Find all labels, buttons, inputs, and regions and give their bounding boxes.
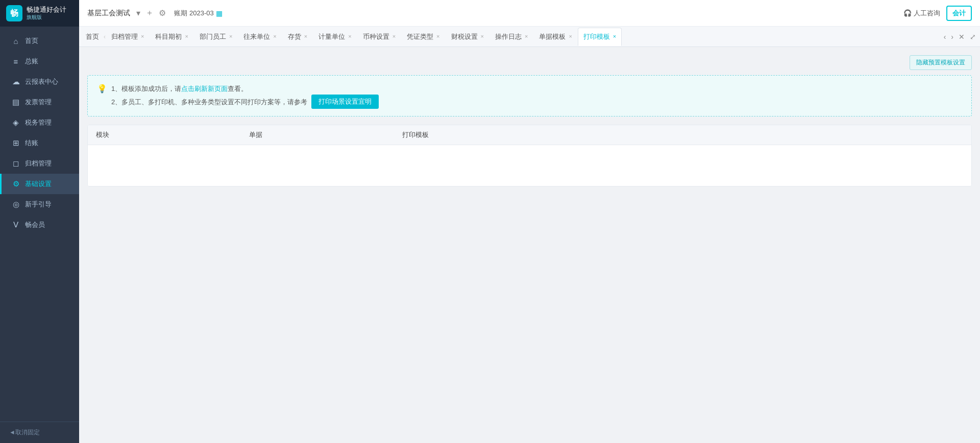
th-doc: 单据 <box>241 125 394 145</box>
bulb-icon: 💡 <box>97 84 107 94</box>
tab-archive-mgmt[interactable]: 归档管理 × <box>106 28 150 46</box>
sidebar-item-closing[interactable]: ⊞ 结账 <box>0 133 79 153</box>
tab-subject-init[interactable]: 科目期初 × <box>150 28 193 46</box>
sidebar-label-tax: 税务管理 <box>25 118 52 127</box>
app-edition: 旗舰版 <box>27 14 66 21</box>
notice-text-block: 1、模板添加成功后，请点击刷新新页面查看。 2、多员工、多打印机、多种业务类型设… <box>111 83 379 109</box>
sidebar-item-home[interactable]: ⌂ 首页 <box>0 31 79 51</box>
tab-suppliers-label: 往来单位 <box>243 32 270 41</box>
calendar-icon[interactable]: ▦ <box>216 9 223 17</box>
sidebar-label-cloud-report: 云报表中心 <box>25 77 58 86</box>
service-label: 人工咨询 <box>914 9 940 18</box>
period-value: 2023-03 <box>189 9 214 17</box>
tab-expand-icon[interactable]: ⤢ <box>968 32 978 42</box>
sidebar-item-cloud-report[interactable]: ☁ 云报表中心 <box>0 72 79 92</box>
invoice-icon: ▤ <box>11 98 21 107</box>
logo-text-block: 畅捷通好会计 旗舰版 <box>27 6 66 21</box>
tab-unit[interactable]: 计量单位 × <box>313 28 357 46</box>
company-name[interactable]: 基层工会测试 <box>87 9 130 18</box>
sidebar-label-ledger: 总账 <box>25 57 38 66</box>
notice-line2-prefix: 2、多员工、多打印机、多种业务类型设置不同打印方案等，请参考 <box>111 96 307 108</box>
tab-op-log[interactable]: 操作日志 × <box>489 28 533 46</box>
tax-icon: ◈ <box>11 118 21 127</box>
tab-inventory[interactable]: 存货 × <box>282 28 313 46</box>
company-name-text: 基层工会测试 <box>87 9 130 18</box>
archive-icon: ◻ <box>11 159 21 168</box>
period-label: 账期 <box>174 9 187 18</box>
tab-bar: 首页 ‹ 归档管理 × 科目期初 × 部门员工 × 往来单位 × 存货 × 计量… <box>79 27 980 47</box>
sidebar-label-invoice: 发票管理 <box>25 98 52 107</box>
tab-close-all-icon[interactable]: ✕ <box>957 32 967 42</box>
print-template-table: 模块 单据 打印模板 <box>87 125 972 186</box>
tab-currency-label: 币种设置 <box>363 32 389 41</box>
tab-subject-init-label: 科目期初 <box>155 32 182 41</box>
tabbar-end-controls: ‹ › ✕ ⤢ <box>942 32 978 42</box>
sidebar-item-ledger[interactable]: ≡ 总账 <box>0 51 79 72</box>
tab-print-template-close[interactable]: × <box>613 34 616 39</box>
sidebar-logo: 畅 畅捷通好会计 旗舰版 <box>0 0 79 27</box>
notice-line1-prefix: 1、模板添加成功后，请 <box>111 85 181 92</box>
dropdown-arrow-icon[interactable]: ▾ <box>136 8 140 18</box>
sidebar-unpin-btn[interactable]: ◄取消固定 <box>0 422 79 443</box>
table-header: 模块 单据 打印模板 <box>88 125 971 145</box>
sidebar-item-archive[interactable]: ◻ 归档管理 <box>0 153 79 174</box>
sidebar-label-home: 首页 <box>25 36 38 45</box>
print-explain-button[interactable]: 打印场景设置宜明 <box>311 95 379 109</box>
add-company-icon[interactable]: ＋ <box>145 8 154 18</box>
tab-unit-close[interactable]: × <box>348 34 351 39</box>
service-button[interactable]: 🎧 人工咨询 <box>903 9 940 18</box>
tab-print-template[interactable]: 打印模板 × <box>578 28 622 46</box>
notice-line1-suffix: 查看。 <box>228 85 248 92</box>
tab-op-log-close[interactable]: × <box>525 34 528 39</box>
logo-icon: 畅 <box>6 5 22 21</box>
sidebar-item-basic[interactable]: ⚙ 基础设置 <box>0 174 79 194</box>
tab-home-label: 首页 <box>86 32 99 41</box>
settings-icon[interactable]: ⚙ <box>159 8 166 18</box>
topbar: 基层工会测试 ▾ ＋ ⚙ 账期 2023-03 ▦ 🎧 人工咨询 会计 <box>79 0 980 27</box>
tab-next-icon[interactable]: › <box>949 32 955 42</box>
tab-suppliers-close[interactable]: × <box>273 34 276 39</box>
sidebar: 畅 畅捷通好会计 旗舰版 ⌂ 首页 ≡ 总账 ☁ 云报表中心 ▤ 发票管理 ◈ … <box>0 0 79 443</box>
tab-dept-staff-label: 部门员工 <box>200 32 226 41</box>
tab-voucher-type[interactable]: 凭证类型 × <box>401 28 445 46</box>
tab-archive-mgmt-close[interactable]: × <box>141 34 144 39</box>
home-icon: ⌂ <box>11 37 21 45</box>
sidebar-nav: ⌂ 首页 ≡ 总账 ☁ 云报表中心 ▤ 发票管理 ◈ 税务管理 ⊞ 结账 ◻ 归… <box>0 27 79 422</box>
th-template: 打印模板 <box>394 125 971 145</box>
ledger-icon: ≡ <box>11 57 21 66</box>
sidebar-item-guide[interactable]: ◎ 新手引导 <box>0 194 79 215</box>
kuaiji-label: 会计 <box>952 9 966 17</box>
sidebar-item-invoice[interactable]: ▤ 发票管理 <box>0 92 79 112</box>
tab-single-template[interactable]: 单据模板 × <box>533 28 577 46</box>
tab-single-template-close[interactable]: × <box>569 34 572 39</box>
tab-dept-staff-close[interactable]: × <box>229 34 232 39</box>
sidebar-item-tax[interactable]: ◈ 税务管理 <box>0 112 79 133</box>
kuaiji-button[interactable]: 会计 <box>946 6 972 21</box>
tab-unit-label: 计量单位 <box>318 32 345 41</box>
notice-refresh-link[interactable]: 点击刷新新页面 <box>181 85 228 92</box>
tab-voucher-type-close[interactable]: × <box>436 34 439 39</box>
basic-icon: ⚙ <box>11 179 21 189</box>
sidebar-item-member[interactable]: Ⅴ 畅会员 <box>0 215 79 235</box>
tab-tax-setting-label: 财税设置 <box>451 32 478 41</box>
tab-dept-staff[interactable]: 部门员工 × <box>194 28 238 46</box>
tab-tax-setting-close[interactable]: × <box>481 34 484 39</box>
tab-inventory-close[interactable]: × <box>304 34 307 39</box>
tab-tax-setting[interactable]: 财税设置 × <box>446 28 489 46</box>
tab-suppliers[interactable]: 往来单位 × <box>238 28 282 46</box>
tab-print-template-label: 打印模板 <box>583 32 610 41</box>
cloud-report-icon: ☁ <box>11 77 21 86</box>
sidebar-label-closing: 结账 <box>25 138 38 148</box>
guide-icon: ◎ <box>11 200 21 209</box>
tab-currency-close[interactable]: × <box>393 34 396 39</box>
topbar-actions: ▾ ＋ ⚙ <box>136 8 166 18</box>
tab-home[interactable]: 首页 <box>81 28 104 46</box>
notice-line2: 2、多员工、多打印机、多种业务类型设置不同打印方案等，请参考 打印场景设置宜明 <box>111 95 379 109</box>
hide-preset-template-button[interactable]: 隐藏预置模板设置 <box>910 55 972 70</box>
topbar-right: 🎧 人工咨询 会计 <box>903 6 972 21</box>
tab-currency[interactable]: 币种设置 × <box>357 28 401 46</box>
tab-prev-icon[interactable]: ‹ <box>942 32 948 42</box>
content-area: 隐藏预置模板设置 💡 1、模板添加成功后，请点击刷新新页面查看。 2、多员工、多… <box>79 47 980 443</box>
sidebar-label-archive: 归档管理 <box>25 159 52 168</box>
tab-subject-init-close[interactable]: × <box>185 34 188 39</box>
